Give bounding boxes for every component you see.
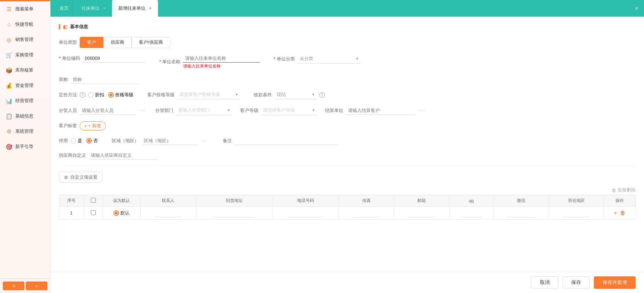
disabled-region-row: 停用 是 否 区域（地区） ··· 备注 xyxy=(59,137,636,145)
unit-name-field: 单位名称 请输入往来单位名称 xyxy=(159,54,260,69)
table-header: 序号 设为默认 联系人 到货地址 电话号码 传真 邮箱 qq 微信 所在地区 操… xyxy=(59,195,636,207)
disabled-label: 停用 xyxy=(59,138,68,144)
close-new-partner-tab-icon[interactable]: × xyxy=(149,6,151,11)
contact-input[interactable] xyxy=(154,209,182,217)
save-new-button[interactable]: 保存并新增 xyxy=(594,276,636,289)
sidebar-item-quick-nav[interactable]: ⌂ 快捷导航 xyxy=(0,17,50,32)
manager-input[interactable] xyxy=(80,106,135,115)
section-divider xyxy=(59,166,636,166)
finance-icon: 💰 xyxy=(6,82,13,89)
unit-type-label: 单位类型 xyxy=(59,39,77,46)
settlement-unit-input[interactable] xyxy=(346,106,416,115)
sidebar-item-purchase[interactable]: 🛒 采购管理 xyxy=(0,47,50,63)
sidebar-btn-left[interactable]: ⊙ xyxy=(3,282,24,290)
short-name-input[interactable] xyxy=(71,75,140,84)
default-circle xyxy=(113,210,119,216)
sidebar-search[interactable]: ☰ 搜索菜单 xyxy=(0,1,50,17)
wechat-input[interactable] xyxy=(507,209,535,217)
row-address[interactable] xyxy=(196,207,273,220)
tab-new-partner[interactable]: 新增往来单位 × xyxy=(112,0,158,17)
tab-home[interactable]: 首页 xyxy=(53,0,75,17)
customer-level-select[interactable]: 请选择客户等级 ▾ xyxy=(261,106,317,115)
disabled-field: 停用 是 否 xyxy=(59,138,98,144)
disabled-yes-circle xyxy=(71,138,76,144)
add-tag-button[interactable]: + + 标签 xyxy=(80,121,106,130)
sidebar-item-inventory[interactable]: 📦 库存核算 xyxy=(0,63,50,78)
tab-bar: 首页 往来单位 × 新增往来单位 × × xyxy=(50,0,644,17)
section-icon: ◧ xyxy=(63,24,67,30)
pricing-radio-group: 折扣 价格等级 xyxy=(88,92,133,98)
supplier-custom-input[interactable] xyxy=(89,151,158,160)
level-radio-label: 价格等级 xyxy=(115,92,133,98)
email-input[interactable] xyxy=(408,209,435,217)
region-input[interactable] xyxy=(142,137,197,145)
payment-terms-select[interactable]: 现结 ▾ xyxy=(275,90,316,99)
close-window-icon[interactable]: × xyxy=(635,5,638,12)
table-header-row: 序号 设为默认 联系人 到货地址 电话号码 传真 邮箱 qq 微信 所在地区 操… xyxy=(59,195,636,207)
sidebar-item-sales[interactable]: ◎ 销售管理 xyxy=(0,32,50,47)
select-all-checkbox[interactable] xyxy=(91,198,96,203)
del-row-icon[interactable]: 🗑 xyxy=(619,209,626,217)
batch-delete-area: 🗑 批量删除 xyxy=(59,187,636,193)
pricing-radio-discount[interactable]: 折扣 xyxy=(88,92,104,98)
system-icon: ⚙ xyxy=(6,128,13,135)
qq-input[interactable] xyxy=(461,209,482,217)
sidebar-btn-right[interactable]: ≡ xyxy=(26,282,47,290)
department-label: 分管部门 xyxy=(155,107,173,114)
remarks-input[interactable] xyxy=(235,137,339,145)
pricing-help-icon[interactable]: ? xyxy=(80,92,85,98)
save-button[interactable]: 保存 xyxy=(563,276,590,289)
manager-more-icon[interactable]: ··· xyxy=(138,108,147,113)
unit-code-input[interactable] xyxy=(83,54,146,63)
unit-btn-customer[interactable]: 客户 xyxy=(80,37,103,48)
payment-terms-arrow: ▾ xyxy=(312,92,314,97)
table-region-input[interactable] xyxy=(563,209,590,217)
batch-delete-label[interactable]: 批量删除 xyxy=(618,187,636,193)
disabled-no[interactable]: 否 xyxy=(86,138,98,144)
row-region[interactable] xyxy=(549,207,604,220)
payment-terms-help-icon[interactable]: ? xyxy=(319,92,325,98)
pricing-row: 定价方法 ? 折扣 价格等级 客户价格等级 请选择客户价格等级 xyxy=(59,90,636,99)
row-contact[interactable] xyxy=(140,207,196,220)
customer-price-level-select[interactable]: 请选择客户价格等级 ▾ xyxy=(177,90,240,99)
payment-terms-field: 收款条件 现结 ▾ ? xyxy=(254,90,325,99)
row-wechat[interactable] xyxy=(494,207,549,220)
sidebar-item-finance[interactable]: 💰 资金管理 xyxy=(0,78,50,93)
row-default-cell: 默认 xyxy=(103,207,140,220)
fax-input[interactable] xyxy=(353,209,380,217)
unit-btn-supplier[interactable]: 供应商 xyxy=(103,37,132,48)
unit-name-input[interactable] xyxy=(183,54,260,63)
custom-settings-button[interactable]: ⚙ 自定义项设置 xyxy=(59,172,103,183)
sidebar-item-operations[interactable]: 📊 经营管理 xyxy=(0,93,50,108)
contact-table: 序号 设为默认 联系人 到货地址 电话号码 传真 邮箱 qq 微信 所在地区 操… xyxy=(59,195,636,220)
add-row-icon[interactable]: + xyxy=(613,209,618,217)
close-partner-tab-icon[interactable]: × xyxy=(103,6,105,11)
sidebar-item-guide[interactable]: 🎯 新手引导 xyxy=(0,139,50,154)
home-icon: ⌂ xyxy=(6,21,13,28)
cancel-button[interactable]: 取消 xyxy=(531,276,558,289)
department-select[interactable]: 请输入分管部门 ▾ xyxy=(176,106,232,115)
gear-icon: ⚙ xyxy=(64,175,68,180)
tags-row: 客户标签 + + 标签 xyxy=(59,121,636,130)
phone-input[interactable] xyxy=(288,209,323,217)
row-qq[interactable] xyxy=(449,207,494,220)
address-input[interactable] xyxy=(213,209,255,217)
inventory-icon: 📦 xyxy=(6,67,13,74)
row-checkbox[interactable] xyxy=(91,210,96,215)
sidebar-item-system[interactable]: ⚙ 系统管理 xyxy=(0,124,50,139)
row-email[interactable] xyxy=(394,207,449,220)
disabled-yes[interactable]: 是 xyxy=(71,138,82,144)
sidebar-item-basic-info[interactable]: 📋 基础信息 xyxy=(0,108,50,124)
row-index: 1 xyxy=(59,207,84,220)
row-fax[interactable] xyxy=(339,207,394,220)
customer-price-level-field: 客户价格等级 请选择客户价格等级 ▾ xyxy=(147,90,240,99)
row-phone[interactable] xyxy=(273,207,339,220)
settlement-unit-more-icon[interactable]: ··· xyxy=(418,108,427,113)
short-name-row: 简称 xyxy=(59,75,636,84)
pricing-radio-level[interactable]: 价格等级 xyxy=(108,92,133,98)
tab-partner[interactable]: 往来单位 × xyxy=(75,0,112,17)
default-radio[interactable]: 默认 xyxy=(107,210,137,216)
unit-category-select[interactable]: 未分类 ▾ xyxy=(298,54,360,64)
region-more-icon[interactable]: ··· xyxy=(200,138,209,144)
unit-btn-both[interactable]: 客户/供应商 xyxy=(132,37,170,48)
